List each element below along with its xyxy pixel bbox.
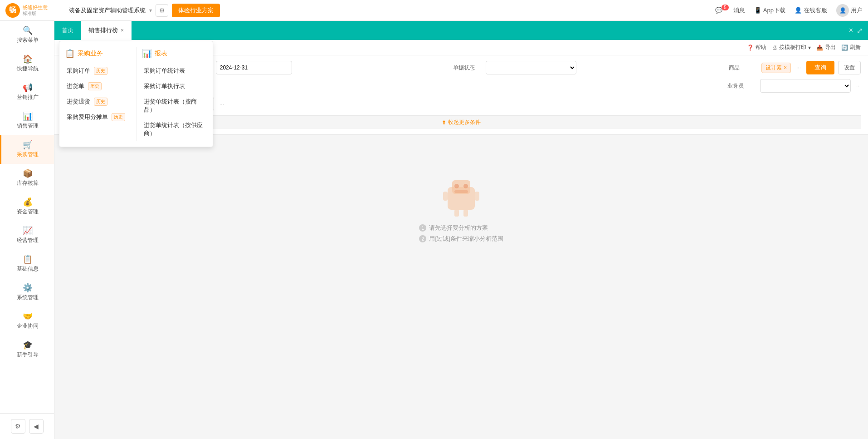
sidebar-item-operations[interactable]: 📈 经营管理 xyxy=(0,221,54,250)
print-icon: 🖨 xyxy=(772,44,777,51)
sidebar-item-inventory[interactable]: 📦 库存核算 xyxy=(0,164,54,192)
history-badge-2: 历史 xyxy=(94,98,107,106)
message-badge: 5 xyxy=(722,5,729,10)
message-action[interactable]: 💬 5 消息 xyxy=(715,6,745,15)
customer-more-dots[interactable]: ··· xyxy=(219,101,224,107)
history-badge-0: 历史 xyxy=(94,67,107,75)
menu-item-purchase-order[interactable]: 采购订单 历史 xyxy=(65,63,131,79)
industry-btn[interactable]: 体验行业方案 xyxy=(172,4,220,17)
marketing-icon: 📢 xyxy=(23,84,33,92)
sidebar-item-sales[interactable]: 📊 销售管理 xyxy=(0,107,54,135)
reports-col-icon: 📊 xyxy=(142,49,152,59)
system-settings-button[interactable]: ⚙ xyxy=(156,4,168,17)
sidebar-item-system[interactable]: ⚙️ 系统管理 xyxy=(0,278,54,307)
doc-status-select[interactable] xyxy=(486,61,576,74)
svg-point-2 xyxy=(454,184,459,188)
system-icon: ⚙️ xyxy=(23,284,33,292)
sidebar-item-enterprise[interactable]: 🤝 企业协同 xyxy=(0,307,54,335)
menu-item-purchase-cost[interactable]: 采购费用分摊单 历史 xyxy=(65,109,131,125)
sidebar-bottom: ⚙ ◀ xyxy=(0,413,54,439)
logo-icon: 畅 xyxy=(5,3,20,18)
doc-status-label: 单据状态 xyxy=(453,64,480,72)
popup-col-reports-header: 📊 报表 xyxy=(142,47,208,63)
history-badge-1: 历史 xyxy=(88,82,102,90)
user-action[interactable]: 👤 用户 xyxy=(836,4,863,17)
empty-illustration xyxy=(434,171,488,217)
sidebar-collapse-button[interactable]: ◀ xyxy=(29,419,44,434)
sales-icon: 📊 xyxy=(23,112,33,120)
operations-icon: 📈 xyxy=(23,227,33,235)
svg-rect-6 xyxy=(475,192,479,201)
help-button[interactable]: ❓ 帮助 xyxy=(747,44,766,51)
purchase-icon: 🛒 xyxy=(23,141,33,149)
menu-item-order-stats[interactable]: 采购订单统计表 xyxy=(142,63,208,79)
phone-icon: 📱 xyxy=(754,7,761,14)
goods-tag-close-icon[interactable]: × xyxy=(784,64,787,71)
help-icon: ❓ xyxy=(747,44,754,51)
svg-rect-4 xyxy=(454,190,468,193)
salesperson-more-dots[interactable]: ··· xyxy=(856,83,861,89)
goods-label: 商品 xyxy=(729,64,756,72)
sidebar-item-guide[interactable]: 🎓 新手引导 xyxy=(0,335,54,364)
history-badge-3: 历史 xyxy=(112,113,125,121)
title-dropdown-icon[interactable]: ▾ xyxy=(149,7,152,14)
menu-item-inbound[interactable]: 进货单 历史 xyxy=(65,79,131,94)
step-num-2: 2 xyxy=(419,235,426,242)
tab-close-all-icon[interactable]: × xyxy=(849,26,853,35)
sidebar-item-basic-info[interactable]: 📋 基础信息 xyxy=(0,250,54,278)
empty-state: 1 请先选择要分析的方案 2 用[过滤]条件来缩小分析范围 xyxy=(54,135,868,279)
tab-bar-right: × ⤢ xyxy=(849,21,868,40)
svg-rect-8 xyxy=(463,210,468,217)
finance-icon: 💰 xyxy=(23,198,33,206)
logo-text: 畅通好生意 标准版 xyxy=(23,4,48,16)
settings-button[interactable]: 设置 xyxy=(838,61,861,74)
menu-item-order-execution[interactable]: 采购订单执行表 xyxy=(142,79,208,94)
system-title-area: 装备及固定资产辅助管理系统 ▾ ⚙ xyxy=(69,4,168,17)
print-button[interactable]: 🖨 按模板打印 ▾ xyxy=(772,44,811,51)
date-end-input[interactable] xyxy=(216,61,292,74)
logo-area: 畅 畅通好生意 标准版 xyxy=(5,3,60,18)
refresh-button[interactable]: 🔄 刷新 xyxy=(841,44,861,51)
inventory-icon: 📦 xyxy=(23,169,33,178)
header-right: 💬 5 消息 📱 App下载 👤 在线客服 👤 用户 xyxy=(715,4,863,17)
empty-step-1: 1 请先选择要分析的方案 xyxy=(419,224,503,232)
popup-col-reports: 📊 报表 采购订单统计表 采购订单执行表 进货单统计表（按商品） 进货单统计表（… xyxy=(137,47,213,141)
sidebar-item-purchase[interactable]: 🛒 采购管理 xyxy=(0,135,54,164)
svg-rect-7 xyxy=(454,210,459,217)
goods-more-dots[interactable]: ··· xyxy=(796,64,801,71)
print-dropdown-icon: ▾ xyxy=(808,44,811,51)
enterprise-icon: 🤝 xyxy=(23,312,33,321)
menu-item-inbound-by-supplier[interactable]: 进货单统计表（按供应商） xyxy=(142,118,208,141)
system-title: 装备及固定资产辅助管理系统 xyxy=(69,6,146,15)
sidebar-item-marketing[interactable]: 📢 营销推广 xyxy=(0,78,54,107)
tab-close-icon[interactable]: × xyxy=(121,27,124,34)
guide-icon: 🎓 xyxy=(23,341,33,349)
tab-bar: 首页 销售排行榜 × × ⤢ xyxy=(54,21,868,40)
sidebar: 🔍 搜索菜单 🏠 快捷导航 📢 营销推广 📊 销售管理 🛒 采购管理 📦 库存核… xyxy=(0,21,54,439)
popup-menu-cols: 📋 采购业务 采购订单 历史 进货单 历史 进货退货 历史 采购费用分摊单 xyxy=(59,47,213,141)
query-button[interactable]: 查询 xyxy=(806,61,834,74)
app-download-action[interactable]: 📱 App下载 xyxy=(754,6,785,15)
online-service-action[interactable]: 👤 在线客服 xyxy=(795,6,827,15)
menu-item-inbound-by-goods[interactable]: 进货单统计表（按商品） xyxy=(142,94,208,118)
empty-text: 1 请先选择要分析的方案 2 用[过滤]条件来缩小分析范围 xyxy=(419,224,503,243)
tab-restore-icon[interactable]: ⤢ xyxy=(857,26,863,35)
sidebar-item-finance[interactable]: 💰 资金管理 xyxy=(0,192,54,221)
search-icon: 🔍 xyxy=(23,26,33,35)
svg-point-3 xyxy=(463,184,468,188)
tab-home[interactable]: 首页 xyxy=(54,21,81,40)
sidebar-item-search[interactable]: 🔍 搜索菜单 xyxy=(0,21,54,49)
purchase-col-icon: 📋 xyxy=(65,49,75,59)
menu-item-inbound-return[interactable]: 进货退货 历史 xyxy=(65,94,131,109)
export-icon: 📤 xyxy=(816,44,823,51)
salesperson-select[interactable] xyxy=(760,79,851,93)
step-num-1: 1 xyxy=(419,224,426,232)
popup-col-purchase-header: 📋 采购业务 xyxy=(65,47,131,63)
export-button[interactable]: 📤 导出 xyxy=(816,44,836,51)
sidebar-item-navigation[interactable]: 🏠 快捷导航 xyxy=(0,49,54,78)
popup-col-purchase: 📋 采购业务 采购订单 历史 进货单 历史 进货退货 历史 采购费用分摊单 xyxy=(59,47,137,141)
sidebar-settings-button[interactable]: ⚙ xyxy=(11,419,25,434)
home-icon: 🏠 xyxy=(23,55,33,63)
refresh-icon: 🔄 xyxy=(841,44,848,51)
tab-sales-ranking[interactable]: 销售排行榜 × xyxy=(81,21,132,40)
